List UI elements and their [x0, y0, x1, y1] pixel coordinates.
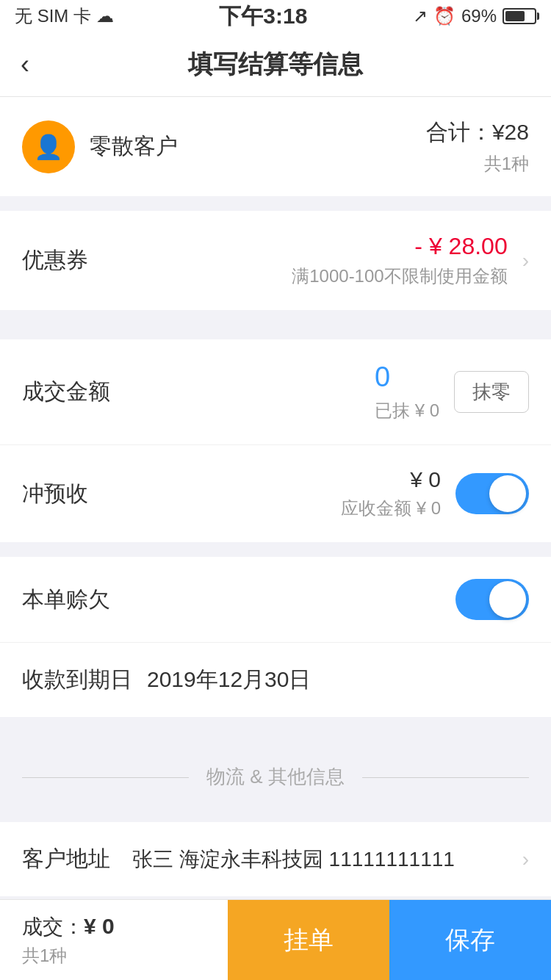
prepay-amount: ¥ 0 [341, 467, 441, 492]
save-button[interactable]: 保存 [389, 900, 551, 981]
customer-info: 👤 零散客户 [22, 120, 178, 173]
prepay-values: ¥ 0 应收金额 ¥ 0 [341, 467, 441, 520]
location-icon: ↗ [413, 6, 428, 26]
coupon-description: 满1000-100不限制使用金额 [292, 264, 507, 288]
coupon-right: - ¥ 28.00 满1000-100不限制使用金额 › [292, 233, 529, 288]
battery-icon [503, 8, 536, 24]
page-title: 填写结算等信息 [188, 48, 363, 82]
status-left: 无 SIM 卡 ☁ [15, 4, 114, 28]
bottom-deal-row: 成交：¥ 0 [22, 913, 206, 941]
prepay-row: 冲预收 ¥ 0 应收金额 ¥ 0 [0, 445, 551, 542]
debt-label: 本单赊欠 [22, 585, 110, 615]
nav-bar: ‹ 填写结算等信息 [0, 32, 551, 97]
customer-total-section: 合计：¥28 共1种 [426, 118, 529, 176]
toggle-knob [489, 475, 526, 512]
hang-sale-label: 挂单 [284, 923, 334, 957]
address-label: 客户地址 [22, 844, 110, 874]
deal-amount-value-group: 0 已抹 ¥ 0 [375, 361, 439, 422]
duedate-label: 收款到期日 [22, 665, 132, 695]
prepay-right: ¥ 0 应收金额 ¥ 0 [341, 467, 529, 520]
deal-amount-value: 0 [375, 361, 439, 393]
battery-percent: 69% [461, 6, 497, 26]
avatar: 👤 [22, 120, 75, 173]
section-divider-4 [0, 807, 551, 822]
coupon-row[interactable]: 优惠券 - ¥ 28.00 满1000-100不限制使用金额 › [0, 211, 551, 310]
duedate-value: 2019年12月30日 [147, 665, 311, 695]
logistics-inner: 物流 & 其他信息 [0, 764, 551, 790]
back-button[interactable]: ‹ [21, 49, 29, 80]
bottom-count: 共1种 [22, 944, 206, 968]
deal-amount-section: 成交金额 0 已抹 ¥ 0 抹零 冲预收 ¥ 0 应收金额 ¥ 0 [0, 339, 551, 542]
sim-signal: 无 SIM 卡 ☁ [15, 4, 114, 28]
status-right: ↗ ⏰ 69% [413, 6, 536, 26]
customer-count: 共1种 [426, 152, 529, 176]
bottom-bar: 成交：¥ 0 共1种 挂单 保存 [0, 899, 551, 980]
customer-name: 零散客户 [90, 131, 178, 162]
battery-fill [505, 11, 525, 21]
round-off-button[interactable]: 抹零 [454, 371, 529, 413]
customer-total: 合计：¥28 [426, 118, 529, 148]
coupon-label: 优惠券 [22, 245, 88, 275]
address-chevron-icon: › [522, 848, 529, 871]
address-value: 张三 海淀永丰科技园 11111111111 [132, 846, 522, 873]
save-label: 保存 [445, 923, 495, 957]
avatar-icon: 👤 [34, 133, 63, 161]
logistics-label: 物流 & 其他信息 [189, 764, 362, 790]
status-bar: 无 SIM 卡 ☁ 下午3:18 ↗ ⏰ 69% [0, 0, 551, 32]
customer-section: 👤 零散客户 合计：¥28 共1种 [0, 97, 551, 196]
deal-amount-right: 0 已抹 ¥ 0 抹零 [375, 361, 529, 422]
bottom-deal-label: 成交： [22, 915, 84, 938]
debt-section: 本单赊欠 [0, 557, 551, 642]
debt-toggle[interactable] [455, 579, 529, 620]
bottom-deal-amount: ¥ 0 [84, 914, 115, 938]
duedate-row: 收款到期日 2019年12月30日 [0, 642, 551, 717]
prepay-sub: 应收金额 ¥ 0 [341, 497, 441, 520]
coupon-chevron-icon: › [522, 249, 529, 273]
section-divider-1 [0, 325, 551, 339]
coupon-discount: - ¥ 28.00 [292, 233, 507, 260]
prepay-label: 冲预收 [22, 479, 88, 509]
hang-sale-button[interactable]: 挂单 [228, 900, 389, 981]
status-time: 下午3:18 [219, 1, 307, 32]
deal-amount-label: 成交金额 [22, 377, 110, 407]
address-row[interactable]: 客户地址 张三 海淀永丰科技园 11111111111 › [0, 822, 551, 896]
bottom-info: 成交：¥ 0 共1种 [0, 913, 228, 968]
prepay-toggle[interactable] [455, 473, 529, 514]
alarm-icon: ⏰ [433, 6, 455, 26]
section-divider-3 [0, 732, 551, 746]
deal-amount-sub: 已抹 ¥ 0 [375, 399, 439, 422]
main-content: 👤 零散客户 合计：¥28 共1种 优惠券 - ¥ 28.00 满1000-10… [0, 97, 551, 980]
deal-amount-row: 成交金额 0 已抹 ¥ 0 抹零 [0, 339, 551, 445]
logistics-divider: 物流 & 其他信息 [0, 746, 551, 807]
debt-toggle-knob [489, 581, 526, 618]
section-divider-2 [0, 542, 551, 557]
